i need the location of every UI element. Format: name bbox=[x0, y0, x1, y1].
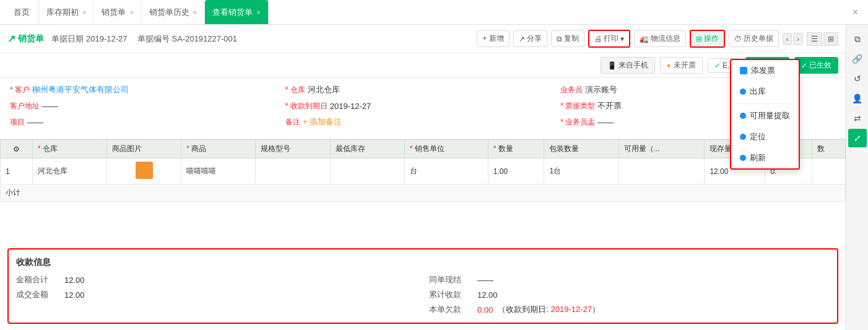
cell-warehouse: 河北仓库 bbox=[32, 158, 106, 185]
tab-sales-history-close[interactable]: × bbox=[193, 9, 197, 16]
settlement-row: 同单现结 —— bbox=[429, 274, 830, 285]
th-warehouse: 仓库 bbox=[32, 140, 106, 158]
tab-sales-order-close[interactable]: × bbox=[129, 9, 133, 16]
list-view-button[interactable]: ☰ bbox=[807, 32, 822, 46]
share-icon: ↗ bbox=[519, 35, 525, 43]
cell-product: 嘻嘻嘻嘻 bbox=[181, 158, 256, 185]
right-sidebar: ⧉ 🔗 ↺ 👤 ⇄ ⤢ bbox=[846, 25, 868, 330]
th-product-image: 商品图片 bbox=[106, 140, 181, 158]
tab-bar: 首页 库存期初 × 销货单 × 销货单历史 × 查看销货单 × × bbox=[0, 0, 868, 25]
transaction-value: 12.00 bbox=[64, 290, 85, 300]
form-row-3: 项目 —— 备注 + 添加备注 业务员盂 —— bbox=[10, 116, 836, 128]
due-date-label: 收款到期日 bbox=[285, 101, 328, 111]
sidebar-expand-icon[interactable]: ⤢ bbox=[848, 129, 867, 147]
payment-grid: 金额合计 12.00 成交金额 12.00 同单现结 —— 累计收款 bbox=[16, 274, 830, 315]
table-header-row: ⚙ 仓库 商品图片 商品 规格型号 最低库存 销售单位 数量 包装数量 可用量（… bbox=[1, 140, 846, 158]
cell-spec bbox=[256, 158, 330, 185]
available-qty-icon bbox=[740, 113, 746, 119]
refresh-icon bbox=[740, 155, 746, 161]
cell-available bbox=[618, 158, 705, 185]
window-close-button[interactable]: × bbox=[848, 7, 863, 18]
cell-min-stock bbox=[330, 158, 404, 185]
form-row-1: 客户 柳州粤港平安气体有限公司 仓库 河北仓库 业务员 演示账号 bbox=[10, 84, 836, 95]
share-button[interactable]: ↗ 分享 bbox=[513, 30, 547, 47]
th-min-stock: 最低库存 bbox=[330, 140, 404, 158]
locate-item[interactable]: 定位 bbox=[731, 126, 799, 147]
tab-view-sales[interactable]: 查看销货单 × bbox=[205, 0, 268, 24]
print-button[interactable]: 🖨 打印 ▾ bbox=[588, 30, 630, 48]
cell-sales-unit: 台 bbox=[404, 158, 488, 185]
tab-view-sales-close[interactable]: × bbox=[256, 9, 260, 16]
sidebar-link-icon[interactable]: 🔗 bbox=[848, 50, 867, 68]
sidebar-user-icon[interactable]: 👤 bbox=[848, 89, 867, 108]
transaction-label: 成交金额 bbox=[16, 289, 59, 300]
operate-button[interactable]: ⊞ 操作 bbox=[690, 30, 725, 48]
th-product: 商品 bbox=[181, 140, 256, 158]
already-effective-button[interactable]: ✓ 已生效 bbox=[794, 57, 838, 74]
tab-inventory-init-close[interactable]: × bbox=[82, 9, 86, 16]
sidebar-exchange-icon[interactable]: ⇄ bbox=[848, 109, 867, 128]
not-open-ticket-button[interactable]: 未开票 bbox=[660, 57, 703, 74]
table-row: 1 河北仓库 嘻嘻嘻嘻 台 1.00 1台 12.00 0. bbox=[1, 158, 846, 185]
doc-type-title: ↗ 销货单 bbox=[7, 33, 44, 45]
from-phone-button[interactable]: 📱 来自手机 bbox=[601, 57, 655, 74]
staff-value: 演示账号 bbox=[585, 84, 617, 95]
add-invoice-item[interactable]: 添发票 bbox=[731, 60, 799, 81]
settlement-label: 同单现结 bbox=[429, 274, 472, 285]
prev-button[interactable]: ‹ bbox=[783, 33, 792, 45]
locate-icon bbox=[740, 134, 746, 140]
outbound-label: 出库 bbox=[750, 86, 766, 97]
sales-staff-value: —— bbox=[597, 118, 614, 127]
new-button[interactable]: + 新增 bbox=[477, 30, 509, 47]
copy-button[interactable]: ⧉ 复制 bbox=[551, 30, 584, 47]
form-row-2: 客户地址 —— 收款到期日 2019-12-27 票据类型 不开票 bbox=[10, 100, 836, 111]
sales-staff-label: 业务员盂 bbox=[560, 117, 595, 128]
tab-view-sales-label: 查看销货单 bbox=[212, 7, 253, 18]
th-pack-qty: 包装数量 bbox=[544, 140, 618, 158]
logistics-button[interactable]: 🚛 物流信息 bbox=[634, 30, 686, 47]
product-table: ⚙ 仓库 商品图片 商品 规格型号 最低库存 销售单位 数量 包装数量 可用量（… bbox=[0, 139, 846, 202]
doc-number-label: 单据编号 bbox=[137, 33, 170, 45]
due-date-note: （收款到期日: 2019-12-27） bbox=[498, 304, 600, 315]
grid-icon: ⊞ bbox=[696, 35, 702, 43]
staff-label: 业务员 bbox=[560, 85, 583, 95]
project-label: 项目 bbox=[10, 117, 25, 128]
total-label: 金额合计 bbox=[16, 274, 59, 285]
add-invoice-icon bbox=[740, 67, 747, 74]
tab-inventory-init[interactable]: 库存期初 × bbox=[39, 0, 94, 24]
next-button[interactable]: › bbox=[793, 33, 803, 45]
address-label: 客户地址 bbox=[10, 101, 40, 111]
sidebar-refresh-icon[interactable]: ↺ bbox=[848, 69, 867, 88]
tab-home[interactable]: 首页 bbox=[5, 0, 39, 24]
tab-sales-history[interactable]: 销货单历史 × bbox=[142, 0, 205, 24]
note-value[interactable]: + 添加备注 bbox=[303, 116, 342, 128]
warehouse-field: 仓库 河北仓库 bbox=[285, 84, 561, 95]
payment-title: 收款信息 bbox=[16, 257, 830, 268]
cell-amount bbox=[812, 158, 846, 185]
subtotal-row: 小计 bbox=[1, 185, 846, 202]
check-icon: ✓ bbox=[714, 61, 721, 70]
th-settings[interactable]: ⚙ bbox=[1, 140, 33, 158]
cell-pack-qty: 1台 bbox=[544, 158, 618, 185]
outstanding-value: 0.00 bbox=[477, 305, 493, 315]
copy-icon: ⧉ bbox=[557, 35, 562, 43]
tab-sales-order[interactable]: 销货单 × bbox=[94, 0, 141, 24]
print-dropdown-arrow: ▾ bbox=[620, 35, 624, 43]
nav-arrows: ‹ › bbox=[783, 33, 803, 45]
cell-image bbox=[106, 158, 181, 185]
th-available: 可用量（... bbox=[618, 140, 705, 158]
total-value: 12.00 bbox=[64, 276, 85, 285]
doc-date: 单据日期 2019-12-27 bbox=[51, 33, 128, 45]
cumulative-value: 12.00 bbox=[477, 290, 498, 300]
sidebar-copy-icon[interactable]: ⧉ bbox=[848, 30, 867, 48]
due-date-value: 2019-12-27 bbox=[330, 102, 371, 111]
ticket-value: 不开票 bbox=[597, 100, 622, 111]
settlement-value: —— bbox=[477, 276, 493, 285]
refresh-item[interactable]: 刷新 bbox=[731, 147, 799, 168]
outbound-item[interactable]: 出库 bbox=[731, 81, 799, 102]
cumulative-label: 累计收款 bbox=[429, 289, 472, 300]
view-toggle: ☰ ⊞ bbox=[807, 32, 838, 46]
available-qty-item[interactable]: 可用量提取 bbox=[731, 105, 799, 126]
grid-view-button[interactable]: ⊞ bbox=[823, 32, 838, 46]
history-button[interactable]: ⏱ 历史单据 bbox=[729, 30, 779, 47]
